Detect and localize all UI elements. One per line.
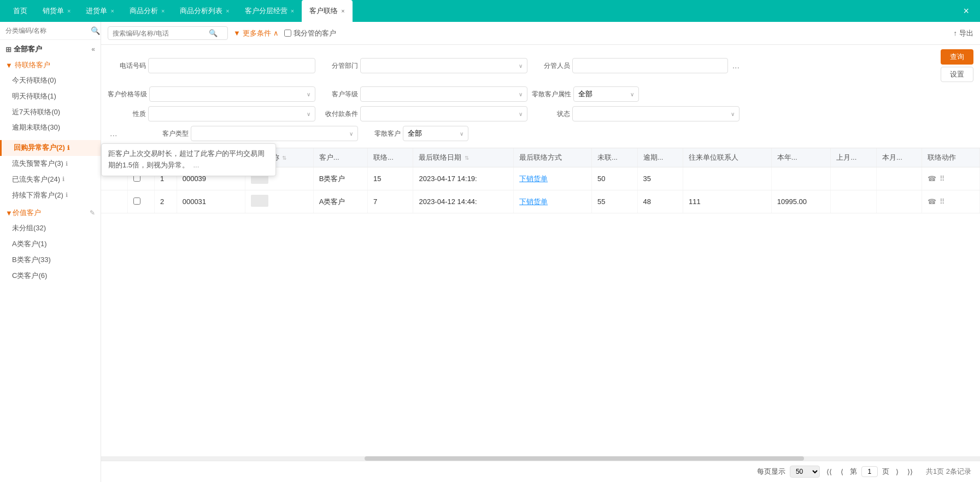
last-page-button[interactable]: ⟩⟩: [905, 467, 915, 477]
last-method-link[interactable]: 下销货单: [519, 198, 548, 206]
payment-arrow: ∨: [519, 111, 523, 117]
td-index: 2: [154, 190, 177, 213]
sidebar-item-overdue[interactable]: 逾期未联络(30): [0, 120, 101, 136]
payment-select[interactable]: ∨: [360, 106, 527, 121]
th-not-contact[interactable]: 未联...: [592, 148, 638, 167]
last-method-link[interactable]: 下销货单: [519, 175, 548, 183]
filter-bar: 🔍 ▼ 更多条件 ∧ 我分管的客户 ↑ 导出: [101, 22, 980, 45]
close-sales-tab[interactable]: ×: [67, 8, 71, 14]
filter-row-3: 性质 ∨ 收付款条件 ∨ 状态: [108, 106, 973, 121]
price-level-arrow: ∨: [307, 91, 310, 97]
sidebar-item-today[interactable]: 今天待联络(0): [0, 73, 101, 89]
settings-button[interactable]: 设置: [941, 67, 973, 82]
filter-customer-type: 客户类型 ∨: [150, 126, 358, 141]
scrollbar-thumb[interactable]: [365, 456, 804, 461]
more-icon[interactable]: ⠿: [940, 175, 945, 183]
per-page-select[interactable]: 50 100: [790, 466, 820, 478]
info-icon-declining: ℹ: [66, 190, 68, 200]
close-customer-tier-tab[interactable]: ×: [291, 8, 294, 14]
row-checkbox[interactable]: [133, 198, 140, 205]
sidebar-search-icon[interactable]: 🔍: [91, 26, 100, 35]
status-select[interactable]: ∨: [572, 106, 740, 121]
sidebar-item-class-b[interactable]: B类客户(33): [0, 252, 101, 268]
close-product-analysis-list-tab[interactable]: ×: [226, 8, 229, 14]
nav-home[interactable]: 首页: [5, 0, 35, 22]
close-purchase-tab[interactable]: ×: [110, 8, 114, 14]
content-area: 距客户上次交易时长，超过了此客户的平均交易周期的1.5倍，则视为异常。 ... …: [101, 22, 980, 482]
sidebar-item-churn-warning[interactable]: 流失预警客户(3) ℹ: [0, 156, 101, 172]
td-last-month: [831, 190, 877, 213]
filter-row-4: ... 客户类型 ∨ 零散客户 全部 ∨: [108, 126, 973, 141]
value-group: ▼ 价值客户 ✎ 未分组(32) A类客户(1) B类客户(33) C类客户(6…: [0, 205, 101, 283]
th-type[interactable]: 客户...: [313, 148, 367, 167]
price-level-select[interactable]: ∨: [149, 86, 315, 102]
info-icon-churned: ℹ: [62, 175, 64, 184]
td-empty-settings: [101, 190, 127, 213]
edit-icon[interactable]: ✎: [90, 209, 95, 217]
th-this-month[interactable]: 本月...: [876, 148, 922, 167]
th-last-date[interactable]: 最后联络日期 ⇅: [413, 148, 514, 167]
nav-product-analysis-list[interactable]: 商品分析列表 ×: [172, 0, 237, 22]
nav-customer-contact[interactable]: 客户联络 ×: [302, 0, 352, 22]
th-last-month[interactable]: 上月...: [831, 148, 877, 167]
th-overdue[interactable]: 逾期...: [637, 148, 683, 167]
sidebar-item-tomorrow[interactable]: 明天待联络(1): [0, 89, 101, 104]
td-last-method: 下销货单: [514, 190, 592, 213]
close-all-button[interactable]: ×: [958, 5, 975, 17]
nature-select[interactable]: ∨: [148, 106, 315, 121]
row4-dots[interactable]: ...: [110, 129, 117, 138]
horizontal-scrollbar[interactable]: [101, 456, 980, 461]
next-page-button[interactable]: ⟩: [894, 467, 901, 477]
manager-dots[interactable]: ...: [732, 61, 740, 71]
first-page-button[interactable]: ⟨⟨: [824, 467, 834, 477]
contact-icon[interactable]: ☎: [928, 175, 936, 183]
close-customer-contact-tab[interactable]: ×: [341, 8, 344, 14]
nav-purchase[interactable]: 进货单 ×: [78, 0, 121, 22]
more-icon[interactable]: ⠿: [940, 198, 945, 206]
prev-page-button[interactable]: ⟨: [838, 467, 846, 477]
export-button[interactable]: ↑ 导出: [954, 28, 974, 38]
my-customers-checkbox[interactable]: [284, 30, 291, 37]
retail-attr-select[interactable]: 全部 ∨: [573, 86, 639, 102]
td-overdue: 48: [637, 190, 683, 213]
page-number-input[interactable]: [861, 466, 878, 477]
sidebar: 🔍 ⊞ 全部客户 « ▼ 待联络客户 今天待联络(0) 明天待联络(1) 近7天…: [0, 22, 101, 482]
sidebar-item-churned[interactable]: 已流失客户(24) ℹ: [0, 172, 101, 188]
th-this-year[interactable]: 本年...: [771, 148, 831, 167]
main-layout: 🔍 ⊞ 全部客户 « ▼ 待联络客户 今天待联络(0) 明天待联络(1) 近7天…: [0, 22, 980, 482]
sidebar-item-7days[interactable]: 近7天待联络(0): [0, 104, 101, 120]
th-unit-contact[interactable]: 往来单位联系人: [683, 148, 772, 167]
nav-customer-tier[interactable]: 客户分层经营 ×: [237, 0, 302, 22]
value-group-title[interactable]: ▼ 价值客户 ✎: [0, 205, 101, 220]
manager-select[interactable]: [572, 58, 728, 73]
filter-more-conditions[interactable]: ▼ 更多条件 ∧: [233, 28, 279, 38]
customer-type-select[interactable]: ∨: [191, 126, 358, 141]
sidebar-item-class-c[interactable]: C类客户(6): [0, 268, 101, 284]
filter-search-input[interactable]: [113, 30, 206, 37]
sidebar-search-input[interactable]: [5, 27, 87, 34]
pending-group-title[interactable]: ▼ 待联络客户: [0, 57, 101, 73]
th-last-method[interactable]: 最后联络方式: [514, 148, 592, 167]
sidebar-item-class-a[interactable]: A类客户(1): [0, 236, 101, 252]
query-button[interactable]: 查询: [941, 49, 973, 65]
phone-input[interactable]: [148, 58, 315, 73]
close-product-analysis-tab[interactable]: ×: [161, 8, 165, 14]
table-row: 2000031A类客户72023-04-12 14:44:下销货单5548111…: [101, 190, 980, 213]
customer-level-select[interactable]: ∨: [360, 86, 527, 102]
sidebar-item-ungrouped[interactable]: 未分组(32): [0, 220, 101, 236]
sidebar-collapse-icon[interactable]: «: [91, 45, 95, 53]
page-label: 第: [850, 467, 857, 477]
department-select[interactable]: ∨: [360, 58, 527, 73]
filter-search-icon[interactable]: 🔍: [209, 29, 218, 37]
nav-product-analysis[interactable]: 商品分析 ×: [122, 0, 172, 22]
retail-customer-select[interactable]: 全部 ∨: [403, 126, 468, 141]
sidebar-item-abnormal-repurchase[interactable]: 回购异常客户(2) ℹ: [0, 140, 101, 156]
my-customers-filter: 我分管的客户: [284, 28, 336, 38]
nav-sales[interactable]: 销货单 ×: [35, 0, 78, 22]
td-this-month: [876, 167, 922, 190]
contact-icon[interactable]: ☎: [928, 198, 936, 206]
sidebar-item-declining[interactable]: 持续下滑客户(2) ℹ: [0, 188, 101, 204]
td-last-date: 2023-04-12 14:44:: [413, 190, 514, 213]
sort-name-icon: ⇅: [282, 155, 286, 161]
th-contact-count[interactable]: 联络...: [367, 148, 413, 167]
